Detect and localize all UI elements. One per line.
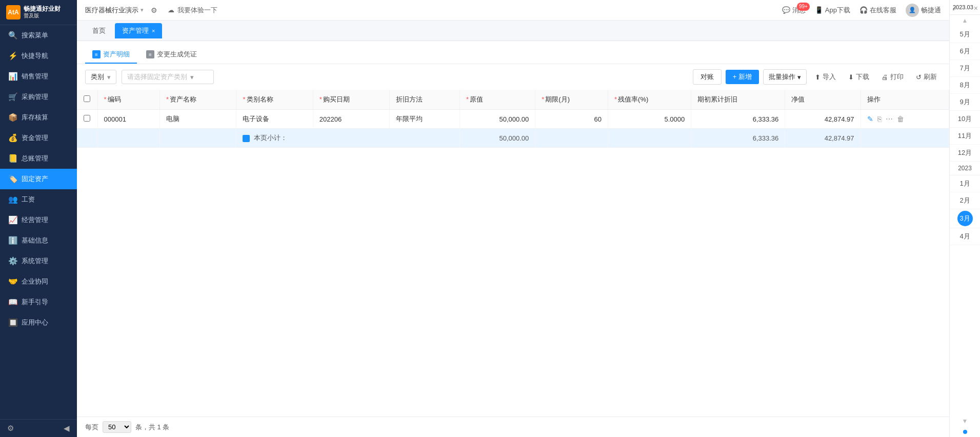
right-panel-header: ⤢ 2023.03 × xyxy=(950,0,980,15)
filter-dropdown-arrow: ▾ xyxy=(107,73,111,81)
tab-asset-management[interactable]: 资产管理 × xyxy=(115,23,162,38)
month-3-current[interactable]: 3月 xyxy=(950,209,980,228)
month-12[interactable]: 12月 xyxy=(950,145,980,162)
header-depreciation-method: 折旧方法 xyxy=(390,90,460,110)
sidebar-item-operations[interactable]: 📈 经营管理 xyxy=(0,210,77,230)
month-11[interactable]: 11月 xyxy=(950,128,980,145)
message-icon: 💬 xyxy=(782,6,790,14)
sidebar-item-collab[interactable]: 🤝 企业协同 xyxy=(0,271,77,292)
cell-category: 电子设备 xyxy=(236,110,313,129)
cell-period: 60 xyxy=(535,110,608,129)
tab-close-icon[interactable]: × xyxy=(152,28,155,34)
sidebar-item-inventory[interactable]: 📦 库存核算 xyxy=(0,107,77,128)
copy-icon[interactable]: ⎘ xyxy=(877,115,882,123)
batch-button[interactable]: 批量操作 ▾ xyxy=(763,69,807,85)
category-value-filter[interactable]: 请选择固定资产类别 ▾ xyxy=(122,70,214,84)
expand-icon[interactable]: ⤢ xyxy=(952,4,958,12)
sidebar-item-finance[interactable]: 💰 资金管理 xyxy=(0,128,77,148)
sidebar-item-label: 基础信息 xyxy=(22,236,48,245)
sidebar-item-appstore[interactable]: 🔲 应用中心 xyxy=(0,312,77,333)
scroll-up-icon[interactable]: ▲ xyxy=(960,15,970,26)
sidebar-item-fixed-assets[interactable]: 🏷️ 固定资产 xyxy=(0,169,77,189)
online-service-label: 在线客服 xyxy=(870,6,896,15)
category-filter[interactable]: 类别 ▾ xyxy=(85,70,116,84)
refresh-button[interactable]: ↺ 刷新 xyxy=(912,70,941,84)
user-avatar[interactable]: 👤 畅捷通 xyxy=(906,4,941,17)
import-label: 导入 xyxy=(823,72,836,82)
sidebar-bottom: ⚙ ◀ xyxy=(0,419,77,437)
new-button[interactable]: + 新增 xyxy=(726,70,759,84)
sidebar-item-guide[interactable]: 📖 新手引导 xyxy=(0,292,77,312)
edit-icon[interactable]: ✎ xyxy=(867,115,873,123)
download-button[interactable]: ⬇ 下载 xyxy=(844,70,873,84)
sidebar-item-payroll[interactable]: 👥 工资 xyxy=(0,189,77,210)
reconcile-button[interactable]: 对账 xyxy=(693,69,722,85)
cell-code: 000001 xyxy=(97,110,160,129)
per-page-select[interactable]: 50 100 200 xyxy=(103,421,131,433)
messages-button[interactable]: 💬 消息 99+ xyxy=(782,6,806,15)
collab-icon: 🤝 xyxy=(8,277,17,286)
month-1[interactable]: 1月 xyxy=(950,175,980,192)
cell-depreciation-method: 年限平均 xyxy=(390,110,460,129)
collapse-icon[interactable]: ◀ xyxy=(64,424,70,433)
company-name: 医疗器械行业演示 xyxy=(85,6,138,15)
asset-table-container: *编码 *资产名称 *类别名称 *购买日期 折旧方法 *原值 *期限(月) *残… xyxy=(77,90,949,416)
print-button[interactable]: 🖨 打印 xyxy=(877,70,908,84)
sidebar-item-sales[interactable]: 📊 销售管理 xyxy=(0,66,77,87)
close-panel-icon[interactable]: × xyxy=(974,4,978,12)
tab-home[interactable]: 首页 xyxy=(85,23,113,38)
more-icon[interactable]: ⋯ xyxy=(886,115,893,123)
topbar: 医疗器械行业演示 ▾ ⚙ ☁ 我要体验一下 💬 消息 99+ 📱 App下载 🎧… xyxy=(77,0,949,21)
select-all-checkbox[interactable] xyxy=(84,95,90,102)
app-edition: 普及版 xyxy=(24,12,61,19)
sidebar-item-quicknav[interactable]: ⚡ 快捷导航 xyxy=(0,46,77,66)
sidebar-item-ledger[interactable]: 📒 总账管理 xyxy=(0,148,77,169)
month-10[interactable]: 10月 xyxy=(950,111,980,128)
subtotal-row: 本页小计： 50,000.00 6,333.36 42,874.97 xyxy=(77,129,949,148)
header-actions: 操作 xyxy=(861,90,949,110)
subtotal-accumulated: 6,333.36 xyxy=(691,129,785,148)
sidebar-item-label: 采购管理 xyxy=(22,92,48,102)
month-list: 5月 6月 7月 8月 9月 10月 11月 12月 2023 1月 2月 3月… xyxy=(950,26,980,415)
cell-actions: ✎ ⎘ ⋯ 🗑 xyxy=(861,110,949,129)
cell-residual-rate: 5.0000 xyxy=(608,110,691,129)
row-checkbox[interactable] xyxy=(84,115,90,122)
settings-gear-icon[interactable]: ⚙ xyxy=(151,6,157,14)
month-6[interactable]: 6月 xyxy=(950,43,980,60)
message-badge: 99+ xyxy=(797,3,810,11)
service-icon: 🎧 xyxy=(859,6,868,14)
content-tab-change-voucher[interactable]: ≡ 变更生成凭证 xyxy=(139,46,204,64)
sidebar-item-label: 应用中心 xyxy=(22,318,48,327)
month-2[interactable]: 2月 xyxy=(950,192,980,209)
subtotal-empty-2 xyxy=(97,129,160,148)
import-icon: ⬆ xyxy=(815,73,821,81)
scroll-down-icon[interactable]: ▼ xyxy=(960,415,970,427)
sales-icon: 📊 xyxy=(8,72,17,81)
settings-icon[interactable]: ⚙ xyxy=(7,424,14,433)
experience-link[interactable]: ☁ 我要体验一下 xyxy=(168,6,217,15)
month-7[interactable]: 7月 xyxy=(950,60,980,77)
month-4[interactable]: 4月 xyxy=(950,228,980,245)
month-5[interactable]: 5月 xyxy=(950,26,980,43)
app-download-button[interactable]: 📱 App下载 xyxy=(815,6,850,15)
month-8[interactable]: 8月 xyxy=(950,77,980,94)
current-month-indicator[interactable]: 3月 xyxy=(957,211,973,226)
action-buttons: 对账 + 新增 批量操作 ▾ ⬆ 导入 ⬇ 下载 🖨 xyxy=(693,69,941,85)
header-checkbox-cell xyxy=(77,90,97,110)
online-service-button[interactable]: 🎧 在线客服 xyxy=(859,6,896,15)
import-button[interactable]: ⬆ 导入 xyxy=(811,70,840,84)
header-name: *资产名称 xyxy=(160,90,236,110)
content-tab-asset-detail[interactable]: ≡ 资产明细 xyxy=(85,46,137,64)
month-9[interactable]: 9月 xyxy=(950,94,980,111)
sidebar-item-search[interactable]: 🔍 搜索菜单 xyxy=(0,25,77,46)
sidebar-item-basic-info[interactable]: ℹ️ 基础信息 xyxy=(0,230,77,251)
sidebar-item-purchase[interactable]: 🛒 采购管理 xyxy=(0,87,77,107)
sidebar-menu: 🔍 搜索菜单 ⚡ 快捷导航 📊 销售管理 🛒 采购管理 📦 库存核算 💰 资金管… xyxy=(0,25,77,419)
asset-detail-tab-label: 资产明细 xyxy=(103,50,130,59)
company-selector[interactable]: 医疗器械行业演示 ▾ xyxy=(85,6,144,15)
tab-asset-label: 资产管理 xyxy=(122,26,149,35)
header-accumulated-depreciation: 期初累计折旧 xyxy=(691,90,785,110)
delete-icon[interactable]: 🗑 xyxy=(897,115,904,123)
sidebar-item-system[interactable]: ⚙️ 系统管理 xyxy=(0,251,77,271)
cell-net-value: 42,874.97 xyxy=(785,110,861,129)
